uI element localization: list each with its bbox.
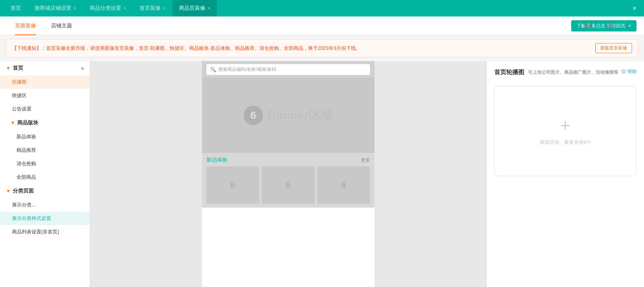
main-layout: « ▼ 首页 轮播图 快捷区 公告设置 ▼ 商品版块 新品体验 精品推荐 清仓抢…	[0, 61, 644, 287]
right-panel-help-button[interactable]: ⓪ 帮助	[621, 69, 636, 75]
product-card-3[interactable]: 6	[317, 166, 370, 204]
right-panel-subtitle: 可上传公司照片、商品推广图片、活动海报等	[528, 69, 618, 76]
sub-tab-bar: 页面装修 店铺主题 了解更多点击帮助试试 × 视频 ● 帮助	[0, 16, 644, 35]
tab-bar: 首页 微商城店铺设置 × 商品分类设置 × 首页装修 × 商品页装修 × ×	[0, 0, 644, 16]
new-home-decor-button[interactable]: 新版首页装修	[595, 43, 632, 53]
tab-close-home-decor[interactable]: ×	[163, 6, 166, 11]
product-card-2[interactable]: 6	[262, 166, 314, 204]
sidebar-item-clearance[interactable]: 清仓抢购	[0, 157, 90, 170]
sidebar-item-notice[interactable]: 公告设置	[0, 102, 90, 116]
help-banner-close[interactable]: ×	[628, 23, 631, 29]
sidebar: « ▼ 首页 轮播图 快捷区 公告设置 ▼ 商品版块 新品体验 精品推荐 清仓抢…	[0, 61, 90, 287]
category-section-arrow: ▼	[6, 188, 11, 194]
product-section-title: 新品体验	[206, 157, 227, 163]
notice-text: 【下线通知】：首页装修全新升级，请使用新版首页装修，首页-轮播图、快捷区、商品板…	[12, 45, 591, 52]
add-banner-text: 添加活动，最多支持6个	[540, 139, 591, 146]
sidebar-section-category[interactable]: ▼ 分类页面	[0, 184, 90, 198]
search-icon: 🔍	[210, 67, 216, 72]
sub-tab-page-decor[interactable]: 页面装修	[8, 16, 44, 35]
video-link[interactable]: 视频	[583, 22, 593, 29]
product-section: 新品体验 更多 6 6 6	[202, 153, 375, 208]
sidebar-item-banner[interactable]: 轮播图	[0, 75, 90, 89]
help-actions: 视频 ● 帮助	[583, 22, 614, 29]
right-panel-title: 首页轮播图 可上传公司照片、商品推广图片、活动海报等	[494, 69, 618, 76]
search-placeholder-text: 搜索商品编码/名称/规格/条码	[218, 66, 276, 73]
product-section-more[interactable]: 更多	[361, 157, 370, 163]
banner-logo-icon: 6	[244, 106, 263, 125]
tab-category-settings[interactable]: 商品分类设置 ×	[83, 0, 133, 16]
sidebar-item-new-exp[interactable]: 新品体验	[0, 130, 90, 144]
product-block-arrow: ▼	[11, 120, 15, 126]
tab-close-category[interactable]: ×	[123, 6, 126, 11]
sidebar-collapse-button[interactable]: «	[78, 64, 87, 72]
global-close-button[interactable]: ×	[629, 4, 640, 12]
right-panel-header: 首页轮播图 可上传公司照片、商品推广图片、活动海报等 ⓪ 帮助	[494, 69, 636, 79]
tab-store-settings[interactable]: 微商城店铺设置 ×	[28, 0, 83, 16]
sidebar-item-premium[interactable]: 精品推荐	[0, 144, 90, 157]
sidebar-section-home[interactable]: ▼ 首页	[0, 61, 90, 75]
dot-separator: ●	[597, 24, 600, 28]
tab-home-decor[interactable]: 首页装修 ×	[133, 0, 172, 16]
category-section-label: 分类页面	[13, 188, 34, 194]
sidebar-item-product-list[interactable]: 商品列表设置(非首页)	[0, 225, 90, 239]
preview-search-bar: 🔍 搜索商品编码/名称/规格/条码	[202, 61, 375, 78]
notice-bar: 【下线通知】：首页装修全新升级，请使用新版首页装修，首页-轮播图、快捷区、商品板…	[6, 39, 638, 57]
banner-area[interactable]: 6 Banner区域	[202, 78, 375, 153]
sidebar-item-show-category[interactable]: 展示分类...	[0, 198, 90, 212]
center-preview: 🔍 搜索商品编码/名称/规格/条码 6 Banner区域	[90, 61, 486, 287]
add-banner-area[interactable]: + 添加活动，最多支持6个	[494, 86, 636, 176]
product-section-header: 新品体验 更多	[206, 157, 370, 163]
tab-product-decor[interactable]: 商品页装修 ×	[172, 0, 217, 16]
product-card-1[interactable]: 6	[206, 166, 259, 204]
sidebar-item-all-goods[interactable]: 全部商品	[0, 170, 90, 184]
sub-tab-store-theme[interactable]: 店铺主题	[44, 16, 80, 35]
tab-close-store-settings[interactable]: ×	[74, 6, 76, 11]
home-section-arrow: ▼	[6, 66, 11, 71]
tab-home[interactable]: 首页	[4, 0, 28, 16]
add-banner-plus-icon: +	[560, 117, 570, 135]
help-link[interactable]: 帮助	[604, 22, 614, 29]
sidebar-subsection-product-block[interactable]: ▼ 商品版块	[0, 116, 90, 130]
tab-close-product-decor[interactable]: ×	[208, 6, 210, 11]
banner-logo: 6 Banner区域	[244, 106, 333, 125]
phone-preview: 🔍 搜索商品编码/名称/规格/条码 6 Banner区域	[202, 61, 375, 287]
product-block-label: 商品版块	[17, 120, 38, 126]
sidebar-item-shortcut[interactable]: 快捷区	[0, 89, 90, 102]
preview-search-input[interactable]: 🔍 搜索商品编码/名称/规格/条码	[206, 64, 370, 75]
right-panel: 首页轮播图 可上传公司照片、商品推广图片、活动海报等 ⓪ 帮助 + 添加活动，最…	[486, 61, 644, 287]
banner-label: Banner区域	[268, 107, 333, 124]
home-section-label: 首页	[13, 65, 23, 72]
product-grid: 6 6 6	[206, 166, 370, 204]
sidebar-item-show-style[interactable]: 展示分类样式设置	[0, 212, 90, 225]
